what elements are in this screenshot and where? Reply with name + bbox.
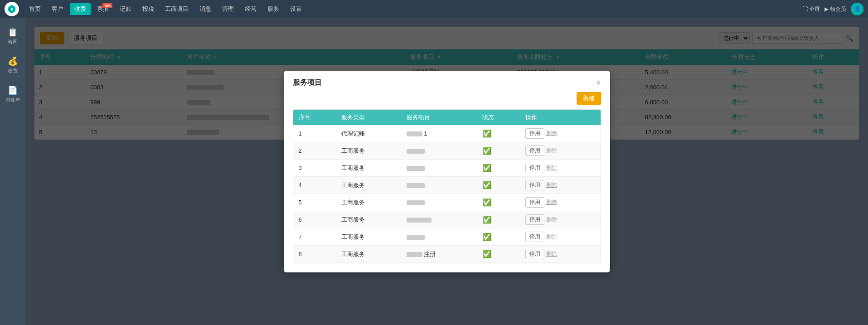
stop-button[interactable]: 停用 bbox=[525, 180, 544, 190]
nav-shoufei[interactable]: 收费 bbox=[70, 3, 91, 15]
modal-table-row: 4 工商服务 ✅ 停用删除 bbox=[293, 177, 601, 194]
modal-col-service-type: 服务类型 bbox=[336, 110, 401, 125]
duizhangdan-icon: 📄 bbox=[8, 85, 18, 95]
modal-cell-service-item bbox=[401, 160, 477, 177]
modal-cell-status: ✅ bbox=[477, 194, 520, 211]
top-nav: 首页 客户 收费 票据 new 记账 报税 工商项目 消息 管理 经营 服务 设… bbox=[0, 0, 868, 18]
modal-close-button[interactable]: × bbox=[596, 79, 601, 87]
nav-jingying[interactable]: 经营 bbox=[240, 3, 261, 15]
modal-col-action: 操作 bbox=[520, 110, 601, 125]
modal-header: 服务项目 × bbox=[284, 71, 610, 92]
stop-button[interactable]: 停用 bbox=[525, 146, 544, 156]
delete-button[interactable]: 删除 bbox=[546, 164, 557, 172]
nav-home[interactable]: 首页 bbox=[24, 3, 45, 15]
modal-table-wrap[interactable]: 序号 服务类型 服务项目 状态 操作 1 代理记账 1 ✅ 停用删除 2 bbox=[293, 109, 601, 263]
delete-button[interactable]: 删除 bbox=[546, 181, 557, 189]
nav-shezhi[interactable]: 设置 bbox=[286, 3, 306, 15]
modal-cell-service-type: 工商服务 bbox=[336, 211, 401, 228]
member-button[interactable]: ▶ 畅会员 bbox=[824, 5, 846, 13]
stop-button[interactable]: 停用 bbox=[525, 232, 544, 242]
modal-col-status: 状态 bbox=[477, 110, 520, 125]
shoufei-icon: 💰 bbox=[8, 56, 18, 66]
nav-jz[interactable]: 记账 bbox=[115, 3, 136, 15]
sidebar-item-duizhangdan[interactable]: 📄 对账单 bbox=[0, 81, 25, 108]
status-check-icon: ✅ bbox=[482, 250, 491, 258]
nav-gongshang[interactable]: 工商项目 bbox=[160, 3, 193, 15]
modal-table-row: 6 工商服务 ✅ 停用删除 bbox=[293, 211, 601, 228]
avatar[interactable]: 👤 bbox=[851, 3, 863, 15]
nav-xiaoxi[interactable]: 消息 bbox=[195, 3, 216, 15]
modal-cell-service-type: 工商服务 bbox=[336, 160, 401, 177]
modal-cell-seq: 2 bbox=[293, 142, 336, 160]
nav-piao[interactable]: 票据 new bbox=[92, 3, 113, 15]
nav-fuwu[interactable]: 服务 bbox=[263, 3, 284, 15]
status-check-icon: ✅ bbox=[482, 164, 491, 172]
stop-button[interactable]: 停用 bbox=[525, 249, 544, 259]
nav-items: 首页 客户 收费 票据 new 记账 报税 工商项目 消息 管理 经营 服务 设… bbox=[24, 3, 802, 15]
nav-customer[interactable]: 客户 bbox=[47, 3, 68, 15]
fullscreen-icon: ⛶ bbox=[802, 6, 808, 12]
modal-table: 序号 服务类型 服务项目 状态 操作 1 代理记账 1 ✅ 停用删除 2 bbox=[293, 110, 601, 263]
modal-cell-seq: 3 bbox=[293, 160, 336, 177]
status-check-icon: ✅ bbox=[482, 147, 491, 155]
modal-cell-status: ✅ bbox=[477, 160, 520, 177]
fullscreen-button[interactable]: ⛶ 全屏 bbox=[802, 5, 820, 13]
content-area: 新增 服务项目 进行中 🔍 序号 合同编码 ⇅ 客户名称 ⇅ 服务项目 bbox=[25, 18, 868, 325]
modal-cell-service-type: 工商服务 bbox=[336, 246, 401, 263]
status-check-icon: ✅ bbox=[482, 130, 491, 137]
modal-table-row: 1 代理记账 1 ✅ 停用删除 bbox=[293, 125, 601, 142]
modal-cell-seq: 1 bbox=[293, 125, 336, 142]
status-check-icon: ✅ bbox=[482, 233, 491, 241]
nav-baoshui[interactable]: 报税 bbox=[138, 3, 159, 15]
hetong-icon: 📋 bbox=[8, 27, 18, 37]
stop-button[interactable]: 停用 bbox=[525, 197, 544, 208]
modal-cell-seq: 7 bbox=[293, 228, 336, 246]
modal-cell-service-type: 工商服务 bbox=[336, 228, 401, 246]
modal-cell-seq: 6 bbox=[293, 211, 336, 228]
delete-button[interactable]: 删除 bbox=[546, 250, 557, 258]
modal-new-button[interactable]: 新建 bbox=[577, 92, 601, 105]
status-check-icon: ✅ bbox=[482, 216, 491, 223]
main-layout: 📋 合同 💰 收费 📄 对账单 新增 服务项目 进行中 🔍 bbox=[0, 18, 868, 325]
modal-table-row: 7 工商服务 ✅ 停用删除 bbox=[293, 228, 601, 246]
modal-cell-service-item: 注册 bbox=[401, 246, 477, 263]
modal-cell-action: 停用删除 bbox=[520, 228, 601, 246]
modal-cell-service-item: 1 bbox=[401, 125, 477, 142]
logo bbox=[5, 2, 19, 16]
stop-button[interactable]: 停用 bbox=[525, 163, 544, 173]
modal-col-seq: 序号 bbox=[293, 110, 336, 125]
modal-cell-status: ✅ bbox=[477, 177, 520, 194]
sidebar-item-hetong[interactable]: 📋 合同 bbox=[0, 23, 25, 50]
member-icon: ▶ bbox=[824, 6, 829, 12]
modal-overlay: 服务项目 × 新建 序号 服务类型 服务项目 状态 bbox=[25, 18, 868, 325]
modal-toolbar: 新建 bbox=[284, 92, 610, 109]
stop-button[interactable]: 停用 bbox=[525, 214, 544, 225]
delete-button[interactable]: 删除 bbox=[546, 199, 557, 206]
modal-table-row: 2 工商服务 ✅ 停用删除 bbox=[293, 142, 601, 160]
stop-button[interactable]: 停用 bbox=[525, 128, 544, 139]
sidebar: 📋 合同 💰 收费 📄 对账单 bbox=[0, 18, 25, 325]
modal-cell-seq: 4 bbox=[293, 177, 336, 194]
delete-button[interactable]: 删除 bbox=[546, 216, 557, 223]
modal-cell-status: ✅ bbox=[477, 228, 520, 246]
modal-cell-status: ✅ bbox=[477, 125, 520, 142]
modal-cell-action: 停用删除 bbox=[520, 246, 601, 263]
modal-cell-action: 停用删除 bbox=[520, 160, 601, 177]
delete-button[interactable]: 删除 bbox=[546, 147, 557, 155]
modal-cell-service-type: 工商服务 bbox=[336, 177, 401, 194]
modal-cell-service-type: 工商服务 bbox=[336, 142, 401, 160]
modal-cell-action: 停用删除 bbox=[520, 177, 601, 194]
modal-cell-service-item bbox=[401, 228, 477, 246]
status-check-icon: ✅ bbox=[482, 199, 491, 206]
modal-cell-seq: 8 bbox=[293, 246, 336, 263]
nav-guanli[interactable]: 管理 bbox=[218, 3, 238, 15]
delete-button[interactable]: 删除 bbox=[546, 130, 557, 137]
delete-button[interactable]: 删除 bbox=[546, 233, 557, 241]
modal-cell-action: 停用删除 bbox=[520, 142, 601, 160]
modal-cell-status: ✅ bbox=[477, 142, 520, 160]
modal-cell-action: 停用删除 bbox=[520, 125, 601, 142]
modal: 服务项目 × 新建 序号 服务类型 服务项目 状态 bbox=[284, 71, 610, 272]
modal-header-row: 序号 服务类型 服务项目 状态 操作 bbox=[293, 110, 601, 125]
sidebar-item-shoufei[interactable]: 💰 收费 bbox=[0, 52, 25, 79]
avatar-icon: 👤 bbox=[854, 6, 861, 12]
